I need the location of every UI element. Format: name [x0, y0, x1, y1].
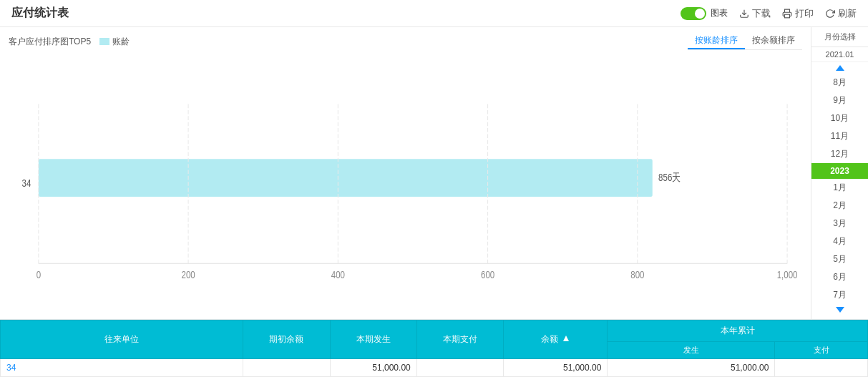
- svg-rect-3: [39, 159, 653, 197]
- sidebar-header: 月份选择: [811, 27, 868, 47]
- col-header-ytd: 本年累计: [608, 320, 868, 342]
- svg-text:0: 0: [36, 269, 41, 281]
- legend-title-text: 客户应付排序图TOP5: [9, 36, 91, 48]
- chevron-down-icon: [836, 307, 844, 313]
- svg-text:600: 600: [481, 269, 494, 281]
- page-title: 应付统计表: [11, 6, 69, 21]
- chart-label: 图表: [711, 7, 728, 19]
- table-section: 往来单位 期初余额 本期发生 本期支付 余额 本年累计 发生 支付 34: [0, 319, 868, 377]
- sidebar-month-item[interactable]: 8月: [811, 74, 868, 92]
- sidebar-month-item[interactable]: 1月: [811, 179, 868, 197]
- svg-rect-1: [785, 14, 790, 18]
- legend-item-series: 账龄: [99, 36, 130, 48]
- sidebar-month-item[interactable]: 5月: [811, 250, 868, 268]
- cell-ytd-pay: [775, 359, 868, 377]
- sidebar-month-item[interactable]: 2023: [811, 163, 868, 179]
- col-header-opening: 期初余额: [243, 320, 330, 359]
- download-label: 下载: [752, 7, 771, 20]
- cell-balance: 51,000.00: [503, 359, 607, 377]
- sidebar-month-item[interactable]: 2月: [811, 197, 868, 215]
- col-header-payment: 本期支付: [416, 320, 503, 359]
- cell-unit: 34: [1, 359, 243, 377]
- sidebar-month-item[interactable]: 9月: [811, 92, 868, 109]
- refresh-label: 刷新: [838, 7, 857, 20]
- col-header-ytd-pay: 支付: [775, 342, 868, 359]
- sort-tab-age[interactable]: 按账龄排序: [688, 33, 745, 49]
- svg-marker-18: [563, 336, 569, 341]
- svg-text:400: 400: [331, 269, 345, 281]
- sidebar-month-item[interactable]: 12月: [811, 145, 868, 163]
- cell-opening: [243, 359, 330, 377]
- balance-sort-icon: [562, 335, 570, 342]
- legend-series-label: 账龄: [112, 36, 130, 48]
- chart-section: 客户应付排序图TOP5 账龄 按账龄排序 按余额排序 34: [0, 27, 868, 319]
- unit-link[interactable]: 34: [6, 363, 16, 373]
- svg-text:800: 800: [630, 269, 644, 281]
- sidebar-months-list: 8月9月10月11月12月20231月2月3月4月5月6月7月: [811, 74, 868, 304]
- sidebar-month-item[interactable]: 11月: [811, 127, 868, 145]
- sidebar-month-item[interactable]: 3月: [811, 215, 868, 232]
- chart-toggle-wrap[interactable]: 图表: [681, 7, 728, 20]
- cell-current: 51,000.00: [330, 359, 416, 377]
- refresh-button[interactable]: 刷新: [825, 7, 857, 20]
- chevron-up-icon: [836, 65, 844, 71]
- sidebar-month-item[interactable]: 6月: [811, 268, 868, 286]
- sort-tab-balance[interactable]: 按余额排序: [745, 33, 802, 49]
- download-button[interactable]: 下载: [739, 7, 771, 20]
- data-table: 往来单位 期初余额 本期发生 本期支付 余额 本年累计 发生 支付 34: [0, 320, 868, 377]
- header-actions: 图表 下载 打印 刷新: [681, 7, 857, 20]
- sidebar-down-button[interactable]: [811, 304, 868, 315]
- page-header: 应付统计表 图表 下载 打印 刷新: [0, 0, 868, 27]
- print-button[interactable]: 打印: [782, 7, 814, 20]
- sidebar-month-item[interactable]: 10月: [811, 109, 868, 127]
- month-sidebar: 月份选择 2021.01 8月9月10月11月12月20231月2月3月4月5月…: [811, 27, 868, 319]
- chart-toggle[interactable]: [681, 7, 706, 20]
- download-icon: [739, 9, 749, 19]
- cell-ytd-occur: 51,000.00: [608, 359, 775, 377]
- chart-wrap: 34 856天 0 200 400 600 800 1,000: [9, 54, 802, 313]
- table-body: 34 51,000.00 51,000.00 51,000.00: [1, 359, 868, 377]
- col-header-balance: 余额: [503, 320, 607, 359]
- svg-text:34: 34: [22, 177, 31, 189]
- svg-text:1,000: 1,000: [777, 269, 798, 281]
- sidebar-year-label: 2021.01: [811, 47, 868, 62]
- col-header-current: 本期发生: [330, 320, 416, 359]
- col-header-unit: 往来单位: [1, 320, 243, 359]
- chart-svg: 34 856天 0 200 400 600 800 1,000: [9, 54, 802, 313]
- print-label: 打印: [795, 7, 814, 20]
- refresh-icon: [825, 9, 835, 19]
- chart-main: 客户应付排序图TOP5 账龄 按账龄排序 按余额排序 34: [0, 27, 811, 319]
- legend-item-title: 客户应付排序图TOP5: [9, 36, 91, 48]
- sidebar-up-button[interactable]: [811, 62, 868, 74]
- col-header-ytd-occur: 发生: [608, 342, 775, 359]
- svg-text:856天: 856天: [658, 171, 681, 183]
- sidebar-month-item[interactable]: 4月: [811, 232, 868, 250]
- svg-text:200: 200: [182, 269, 195, 281]
- cell-payment: [416, 359, 503, 377]
- sidebar-month-item[interactable]: 7月: [811, 286, 868, 304]
- table-row: 34 51,000.00 51,000.00 51,000.00: [1, 359, 868, 377]
- legend-color-box: [99, 38, 109, 45]
- print-icon: [782, 9, 792, 19]
